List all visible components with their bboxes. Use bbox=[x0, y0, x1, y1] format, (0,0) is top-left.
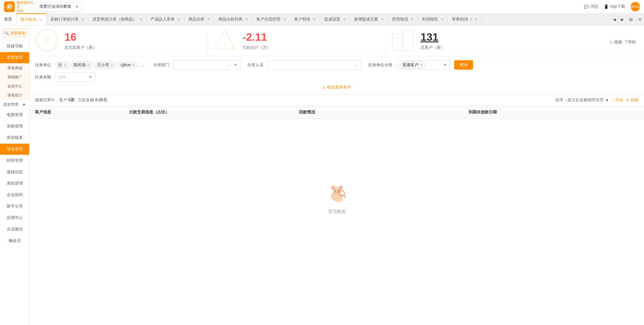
dept-filter-label: 分管部门 bbox=[153, 62, 169, 68]
video-btn[interactable]: ▷ 视频 bbox=[610, 39, 622, 45]
tab-retail-profit[interactable]: 零售利润（ ✕ bbox=[448, 13, 482, 26]
unit-tag-wang: 王小亮 ✕ bbox=[94, 61, 116, 69]
sidebar-item-system-mgmt[interactable]: 系统管理 bbox=[0, 178, 29, 189]
sidebar-item-new-guide[interactable]: 新手引导 bbox=[0, 201, 29, 212]
chevron-icon: ▼ bbox=[22, 103, 26, 107]
tab-prev-btn[interactable]: ◀ bbox=[610, 13, 618, 26]
unit-category-select[interactable]: 普通客户 ✕ ▼ bbox=[396, 60, 450, 70]
sidebar-item-retail-stats[interactable]: 零售统计 bbox=[0, 91, 29, 100]
tab-label: 客户账本 bbox=[20, 17, 37, 23]
svg-point-17 bbox=[339, 186, 342, 190]
sidebar-search-area: 🔍 搜索菜单 bbox=[0, 26, 29, 41]
tag-remove-icon[interactable]: ✕ bbox=[132, 63, 135, 67]
tab-new-promotion[interactable]: 新增提成方案 ✕ bbox=[350, 13, 388, 26]
tab-label: 商品分析 bbox=[188, 16, 205, 22]
home-label: 首页 bbox=[4, 16, 12, 22]
sidebar-item-inventory[interactable]: 库存核算 bbox=[0, 132, 29, 144]
tab-purchase-order-stats[interactable]: 采购订单统计表 ✕ bbox=[46, 13, 88, 26]
tab-close-icon[interactable]: ✕ bbox=[343, 17, 346, 21]
filter-collapse-row: ∧ 收起更多条件 bbox=[35, 84, 639, 90]
message-btn[interactable]: 💬 消息 bbox=[584, 4, 598, 9]
unit-tag-wu: 伍 ✕ bbox=[55, 61, 69, 69]
svg-text:¥: ¥ bbox=[44, 35, 49, 45]
tab-promotion-settings[interactable]: 提成设置 ✕ bbox=[320, 13, 350, 26]
filter-area: 往来单位 伍 ✕ 陈民强 ✕ 王小亮 ✕ cjttcw bbox=[30, 56, 644, 95]
remaining-filter-input[interactable]: 选择... ▼ bbox=[55, 72, 95, 82]
export-btn[interactable]: ↑ 导出 bbox=[612, 97, 623, 103]
avatar: demo2 bbox=[631, 2, 640, 11]
sidebar-item-wholesale-mgmt[interactable]: 批发管理 ▼ bbox=[0, 100, 29, 109]
svg-text:+: + bbox=[223, 40, 227, 47]
table-header: 客户信息 欠款交易信息（占比） 回款情况 到期未放款日期 bbox=[30, 106, 644, 119]
sidebar-item-retail-mall[interactable]: 零售商城 bbox=[0, 64, 29, 73]
tab-expand-btn[interactable]: ⊞ bbox=[627, 13, 635, 26]
tab-close-icon[interactable]: ✕ bbox=[313, 17, 316, 21]
tab-operations[interactable]: 经营情况 ✕ bbox=[388, 13, 418, 26]
tab-close-icon[interactable]: ✕ bbox=[207, 17, 210, 21]
tab-customer-segment[interactable]: 客户分层经营 ✕ bbox=[252, 13, 290, 26]
tab-close-all-btn[interactable]: ✕ bbox=[636, 13, 644, 26]
tab-next-btn[interactable]: ▶ bbox=[618, 13, 626, 26]
tab-product-analysis[interactable]: 商品分析 ✕ bbox=[184, 13, 214, 26]
sidebar-item-retail-mgmt[interactable]: 零售管理 bbox=[0, 52, 29, 64]
tab-close-icon[interactable]: ✕ bbox=[283, 17, 286, 21]
svg-rect-8 bbox=[396, 37, 398, 40]
user-avatar[interactable]: demo2 bbox=[631, 2, 640, 11]
tab-close-icon[interactable]: ✕ bbox=[39, 18, 42, 22]
tab-product-analysis-list[interactable]: 商品分析列表 ✕ bbox=[214, 13, 252, 26]
tab-close-icon[interactable]: ✕ bbox=[381, 17, 384, 21]
tab-home[interactable]: 首页 bbox=[0, 13, 16, 26]
svg-text:好: 好 bbox=[7, 4, 12, 9]
help-btn[interactable]: ? 帮助 bbox=[625, 39, 636, 45]
sidebar-item-enterprise-collab[interactable]: 企业协同 bbox=[0, 189, 29, 201]
video-help: ▷ 视频 ? 帮助 bbox=[610, 37, 636, 45]
sidebar-item-enterprise-wechat[interactable]: 企业微信 bbox=[0, 224, 29, 235]
search-menu-btn[interactable]: 🔍 搜索菜单 bbox=[3, 28, 27, 38]
tab-bar-end: ◀ ▶ ⊞ ✕ bbox=[610, 13, 644, 26]
remaining-chevron-icon: ▼ bbox=[88, 75, 92, 79]
tab-inbound-stats[interactable]: 进货单统计表（按商品） ✕ bbox=[88, 13, 146, 26]
tab-close-icon[interactable]: ✕ bbox=[139, 17, 142, 21]
play-icon: ▷ bbox=[610, 40, 613, 44]
system-select[interactable]: 母婴行业演示帐套 ▼ bbox=[36, 2, 82, 11]
app-download-btn[interactable]: 📱 App下载 bbox=[604, 4, 625, 9]
tab-close-icon[interactable]: ✕ bbox=[177, 17, 180, 21]
sidebar-item-vip-member[interactable]: 畅会员 bbox=[0, 235, 29, 247]
staff-filter-select[interactable]: ··· bbox=[267, 60, 361, 70]
query-button[interactable]: 查询 bbox=[454, 60, 473, 70]
tab-product-inbound[interactable]: 产成品入库单 ✕ bbox=[146, 13, 184, 26]
sidebar-item-marketing[interactable]: 营销推广 bbox=[0, 73, 29, 82]
collapse-btn[interactable]: ∧ 收起更多条件 bbox=[323, 84, 351, 90]
tag-remove-icon[interactable]: ✕ bbox=[63, 63, 66, 67]
tab-close-icon[interactable]: ✕ bbox=[245, 17, 248, 21]
tab-customer-contact[interactable]: 客户联络 ✕ bbox=[290, 13, 320, 26]
tab-close-icon[interactable]: ✕ bbox=[81, 17, 84, 21]
help-icon: ? bbox=[625, 40, 627, 44]
card-total-debtors-value: 16 bbox=[65, 31, 97, 43]
tag-remove-icon[interactable]: ✕ bbox=[87, 63, 90, 67]
tab-close-icon[interactable]: ✕ bbox=[441, 17, 443, 21]
sidebar-item-capital[interactable]: 资金管理 bbox=[0, 144, 29, 155]
tab-profit-report[interactable]: 利润报告 ✕ bbox=[418, 13, 448, 26]
sidebar-item-operations-mgmt[interactable]: 经营管理 bbox=[0, 155, 29, 167]
tab-close-icon[interactable]: ✕ bbox=[411, 17, 414, 21]
tab-customer-accounts[interactable]: 客户账本 ✕ bbox=[16, 13, 46, 26]
sidebar-quick-nav[interactable]: 快捷导航 bbox=[0, 41, 29, 52]
logo-icon: 好 bbox=[4, 1, 15, 12]
card-total-debtors-label: 总欠款客户（家） bbox=[65, 45, 97, 50]
tag-remove-icon[interactable]: ✕ bbox=[111, 63, 113, 67]
refresh-btn[interactable]: ↻ 刷新 bbox=[626, 97, 639, 103]
sidebar-item-purchase[interactable]: 采购管理 bbox=[0, 121, 29, 132]
card-total-customers-value[interactable]: 131 bbox=[421, 31, 445, 43]
tag-remove-icon[interactable]: ✕ bbox=[420, 63, 423, 67]
dept-filter-select[interactable]: ··· ▼ bbox=[173, 60, 241, 70]
tab-close-icon[interactable]: ✕ bbox=[475, 17, 477, 21]
sidebar-item-app-center[interactable]: 应用中心 bbox=[0, 212, 29, 224]
filter-row-2: 往来余额 选择... ▼ bbox=[35, 72, 639, 82]
more-tags-btn[interactable]: ... bbox=[139, 62, 146, 68]
sidebar-item-basic-info[interactable]: 基础信息 bbox=[0, 167, 29, 178]
sidebar-item-member-center[interactable]: 会员中心 bbox=[0, 82, 29, 91]
sidebar-item-ecommerce[interactable]: 电商管理 bbox=[0, 109, 29, 121]
sort-btn[interactable]: 排序：按欠款金额倒序排序 ▼ bbox=[555, 97, 609, 103]
remaining-filter-label: 往来余额 bbox=[35, 74, 51, 80]
